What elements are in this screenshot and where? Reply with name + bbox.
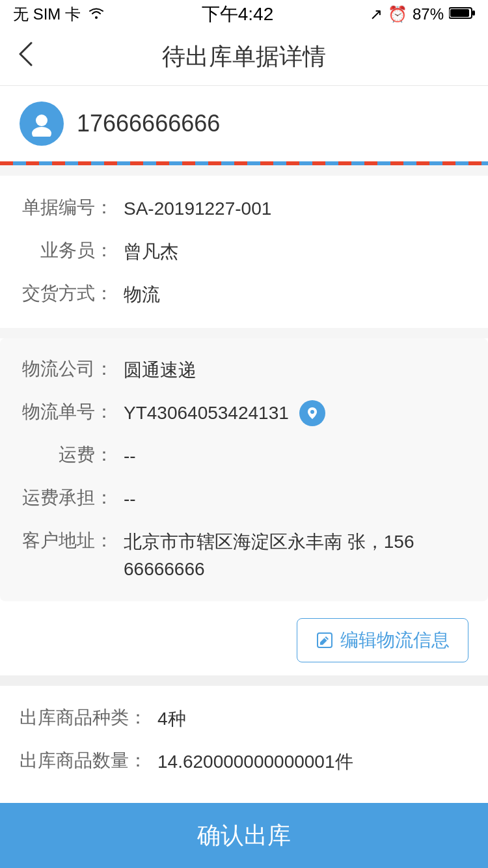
svg-rect-2 xyxy=(472,10,475,16)
status-bar-time: 下午4:42 xyxy=(202,2,274,27)
freight-row: 运费： -- xyxy=(20,442,468,470)
dashed-divider xyxy=(0,161,488,165)
logistics-company-value: 圆通速递 xyxy=(124,357,468,384)
tracking-no-value: YT43064053424131 xyxy=(124,400,289,427)
salesperson-value: 曾凡杰 xyxy=(124,238,468,265)
battery-icon xyxy=(449,5,475,23)
delivery-method-row: 交货方式： 物流 xyxy=(20,281,468,308)
status-bar: 无 SIM 卡 下午4:42 ↗ ⏰ 87% xyxy=(0,0,488,29)
customer-header: 17666666666 xyxy=(0,86,488,161)
carrier-label: 无 SIM 卡 xyxy=(13,4,81,25)
separator xyxy=(0,675,488,686)
page-title: 待出库单据详情 xyxy=(162,41,326,73)
salesperson-label: 业务员： xyxy=(20,238,124,263)
tracking-no-row: 物流单号： YT43064053424131 xyxy=(20,400,468,427)
confirm-button-label: 确认出库 xyxy=(197,820,291,852)
freight-bearer-value: -- xyxy=(124,485,468,513)
freight-bearer-label: 运费承担： xyxy=(20,485,124,510)
svg-point-0 xyxy=(95,16,98,19)
edit-logistics-label: 编辑物流信息 xyxy=(340,628,450,653)
document-no-label: 单据编号： xyxy=(20,195,124,220)
edit-icon xyxy=(316,631,334,649)
goods-type-row: 出库商品种类： 4种 xyxy=(20,705,468,733)
battery-label: 87% xyxy=(413,5,444,23)
goods-type-label: 出库商品种类： xyxy=(20,705,157,730)
delivery-method-label: 交货方式： xyxy=(20,281,124,306)
back-button[interactable] xyxy=(18,42,33,72)
logistics-company-label: 物流公司： xyxy=(20,357,124,381)
freight-label: 运费： xyxy=(20,442,124,467)
svg-rect-3 xyxy=(450,9,469,17)
tracking-no-label: 物流单号： xyxy=(20,400,124,424)
delivery-method-value: 物流 xyxy=(124,281,468,308)
freight-value: -- xyxy=(124,442,468,470)
goods-quantity-row: 出库商品数量： 14.620000000000001件 xyxy=(20,748,468,776)
tracking-location-icon[interactable] xyxy=(299,400,325,426)
address-label: 客户地址： xyxy=(20,528,124,553)
svg-point-4 xyxy=(36,115,47,126)
edit-logistics-btn-container: 编辑物流信息 xyxy=(0,612,488,675)
goods-section: 出库商品种类： 4种 出库商品数量： 14.620000000000001件 xyxy=(0,686,488,795)
svg-point-6 xyxy=(310,410,314,414)
alarm-icon: ⏰ xyxy=(388,5,407,23)
location-status-icon: ↗ xyxy=(370,5,383,23)
wifi-icon xyxy=(87,5,105,23)
status-bar-right: ↗ ⏰ 87% xyxy=(370,5,475,23)
address-row: 客户地址： 北京市市辖区海淀区永丰南 张，156 66666666 xyxy=(20,528,468,583)
avatar xyxy=(20,102,64,146)
status-bar-left: 无 SIM 卡 xyxy=(13,4,105,25)
nav-bar: 待出库单据详情 xyxy=(0,29,488,86)
document-no-value: SA-20191227-001 xyxy=(124,195,468,223)
customer-phone: 17666666666 xyxy=(77,110,220,137)
edit-logistics-button[interactable]: 编辑物流信息 xyxy=(297,618,468,662)
tracking-row: YT43064053424131 xyxy=(124,400,325,427)
goods-quantity-value: 14.620000000000001件 xyxy=(157,748,468,776)
svg-point-5 xyxy=(32,127,51,137)
confirm-button[interactable]: 确认出库 xyxy=(0,803,488,868)
logistics-card: 物流公司： 圆通速递 物流单号： YT43064053424131 运费： xyxy=(0,338,488,601)
address-value: 北京市市辖区海淀区永丰南 张，156 66666666 xyxy=(124,528,468,583)
goods-quantity-label: 出库商品数量： xyxy=(20,748,157,773)
document-no-row: 单据编号： SA-20191227-001 xyxy=(20,195,468,223)
basic-info-section: 单据编号： SA-20191227-001 业务员： 曾凡杰 交货方式： 物流 xyxy=(0,176,488,328)
salesperson-row: 业务员： 曾凡杰 xyxy=(20,238,468,265)
freight-bearer-row: 运费承担： -- xyxy=(20,485,468,513)
logistics-company-row: 物流公司： 圆通速递 xyxy=(20,357,468,384)
goods-type-value: 4种 xyxy=(157,705,468,733)
